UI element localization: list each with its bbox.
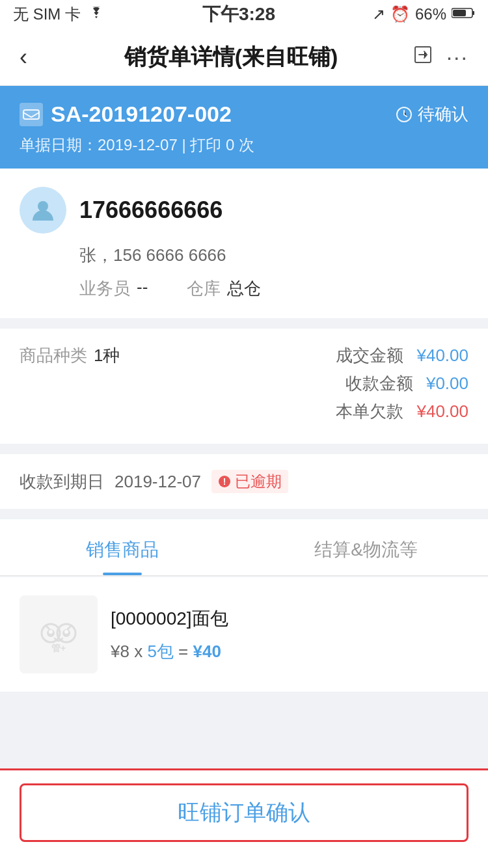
customer-phone: 17666666666: [79, 197, 223, 224]
warehouse-meta: 仓库 总仓: [187, 277, 261, 300]
page-title: 销货单详情(来自旺铺): [59, 42, 403, 72]
product-name: [0000002]面包: [111, 606, 468, 631]
svg-text:!: !: [223, 476, 226, 487]
amount-value-2: ¥0.00: [426, 373, 468, 394]
kind-label: 商品种类: [20, 344, 87, 367]
tab-settlement[interactable]: 结算&物流等: [244, 519, 488, 575]
salesperson-value: --: [137, 277, 148, 300]
alarm-icon: ⏰: [390, 5, 410, 23]
status-bar: 无 SIM 卡 下午3:28 ↗ ⏰ 66%: [0, 0, 488, 29]
product-price: ¥8 x: [111, 642, 147, 661]
product-total: ¥40: [193, 642, 221, 661]
customer-meta: 业务员 -- 仓库 总仓: [79, 277, 468, 300]
svg-rect-2: [453, 10, 466, 16]
amount-row-2: 收款金额 ¥0.00: [336, 372, 468, 395]
svg-point-13: [49, 630, 53, 634]
wifi-icon: [87, 5, 105, 23]
order-date: 单据日期：2019-12-07 | 打印 0 次: [20, 135, 468, 156]
tab-sales-products[interactable]: 销售商品: [0, 519, 244, 575]
order-status: 待确认: [396, 103, 468, 126]
product-kind: 商品种类 1种: [20, 344, 120, 367]
battery-text: 66%: [415, 5, 446, 23]
overdue-text: 已逾期: [235, 471, 282, 492]
product-equals: =: [174, 642, 193, 661]
customer-name: 张，156 6666 6666: [79, 244, 468, 267]
tab-label-2: 结算&物流等: [314, 539, 418, 560]
confirm-order-button[interactable]: 旺铺订单确认: [20, 783, 468, 842]
share-icon[interactable]: [413, 44, 433, 70]
order-icon: [20, 103, 43, 126]
salesperson-meta: 业务员 --: [79, 277, 148, 300]
amount-row-3: 本单欠款 ¥40.00: [336, 400, 468, 423]
product-calc: ¥8 x 5包 = ¥40: [111, 640, 468, 663]
order-header: SA-20191207-002 待确认 单据日期：2019-12-07 | 打印…: [0, 86, 488, 169]
product-qty: 5包: [147, 642, 173, 661]
tabs-container: 销售商品 结算&物流等: [0, 519, 488, 576]
carrier-text: 无 SIM 卡: [13, 4, 81, 25]
svg-rect-1: [472, 11, 474, 15]
customer-avatar: [20, 187, 66, 234]
confirm-button-wrapper: 旺铺订单确认: [0, 768, 488, 868]
due-date-value: 2019-12-07: [115, 472, 201, 492]
location-icon: ↗: [372, 5, 385, 23]
order-id-container: SA-20191207-002: [20, 102, 232, 127]
kind-value: 1种: [94, 344, 120, 367]
summary-right: 成交金额 ¥40.00 收款金额 ¥0.00 本单欠款 ¥40.00: [336, 344, 468, 428]
status-left: 无 SIM 卡: [13, 4, 105, 25]
summary-left: 商品种类 1种: [20, 344, 120, 367]
salesperson-label: 业务员: [79, 277, 130, 300]
svg-point-6: [38, 201, 48, 211]
tab-label-1: 销售商品: [86, 539, 159, 560]
product-section: 管+ [0000002]面包 ¥8 x 5包 = ¥40: [0, 577, 488, 692]
order-status-text: 待确认: [418, 103, 468, 126]
amount-label-3: 本单欠款: [336, 400, 403, 423]
battery-icon: [452, 5, 475, 23]
overdue-badge: ! 已逾期: [211, 470, 288, 493]
customer-card: 17666666666 张，156 6666 6666 业务员 -- 仓库 总仓: [0, 169, 488, 318]
status-time: 下午3:28: [202, 2, 275, 27]
nav-bar: ‹ 销货单详情(来自旺铺) ···: [0, 29, 488, 86]
due-date-card: 收款到期日 2019-12-07 ! 已逾期: [0, 454, 488, 509]
customer-header: 17666666666: [20, 187, 468, 234]
warehouse-value: 总仓: [227, 277, 261, 300]
svg-point-14: [64, 630, 68, 634]
order-id-text: SA-20191207-002: [51, 102, 232, 127]
status-right: ↗ ⏰ 66%: [372, 5, 475, 23]
amount-label-2: 收款金额: [346, 372, 413, 395]
amount-label-1: 成交金额: [336, 344, 403, 367]
warehouse-label: 仓库: [187, 277, 221, 300]
back-button[interactable]: ‹: [20, 44, 59, 71]
summary-card: 商品种类 1种 成交金额 ¥40.00 收款金额 ¥0.00 本单欠款 ¥40.…: [0, 329, 488, 444]
due-label: 收款到期日: [20, 470, 104, 493]
amount-row-1: 成交金额 ¥40.00: [336, 344, 468, 367]
product-item: 管+ [0000002]面包 ¥8 x 5包 = ¥40: [0, 577, 488, 692]
svg-text:管+: 管+: [51, 643, 66, 653]
amount-value-1: ¥40.00: [416, 346, 468, 366]
product-thumbnail: 管+: [20, 595, 98, 673]
nav-actions: ···: [403, 44, 468, 70]
product-info: [0000002]面包 ¥8 x 5包 = ¥40: [111, 606, 468, 663]
more-icon[interactable]: ···: [446, 44, 468, 70]
amount-value-3: ¥40.00: [416, 401, 468, 422]
